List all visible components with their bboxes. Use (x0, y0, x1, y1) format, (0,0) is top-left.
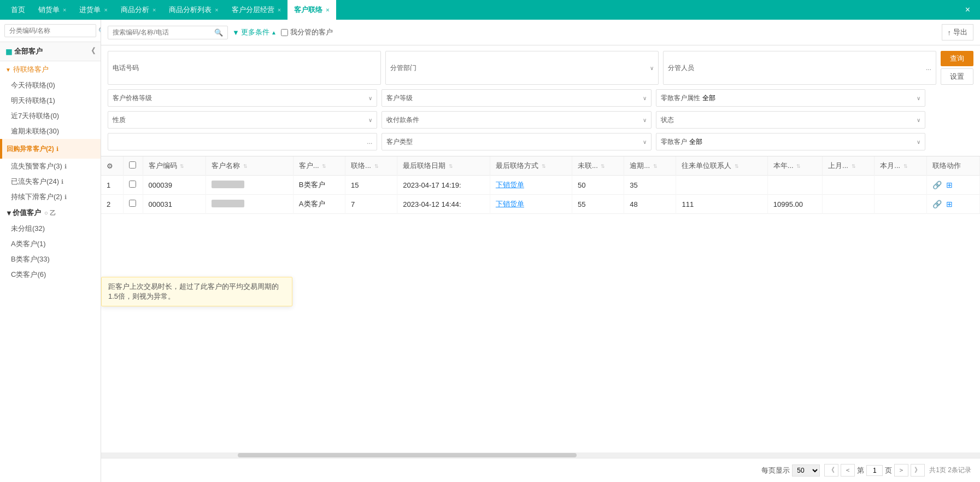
row-checkbox-1[interactable] (129, 181, 136, 188)
next-page-button[interactable]: ＞ (894, 464, 908, 477)
link-action-icon-2[interactable]: 🔗 (932, 200, 942, 208)
page-label-after: 页 (885, 466, 892, 475)
last-method-link-2[interactable]: 下销货单 (496, 200, 524, 208)
my-customer-checkbox[interactable] (281, 29, 288, 36)
cell-last-month-1 (823, 176, 875, 195)
search-box: 🔍 (108, 26, 228, 39)
my-customer-checkbox-area[interactable]: 我分管的客户 (281, 27, 333, 37)
close-customer-contact-tab[interactable]: × (326, 7, 329, 13)
customer-level-filter[interactable]: 客户等级 ∨ (382, 89, 651, 107)
sidebar-group-pending-contact[interactable]: ▼ 待联络客户 (0, 61, 101, 78)
nav-product-list[interactable]: 商品分析列表 × (162, 0, 225, 20)
sidebar-item-class-a[interactable]: A类客户(1) (0, 236, 101, 252)
table-row: 1 000039 B类客户 15 2023-04-17 14:19: 下销货单 … (101, 176, 980, 195)
nav-home[interactable]: 首页 (4, 0, 32, 20)
sidebar-all-customers-header[interactable]: ▦ 全部客户 《 (0, 42, 101, 61)
retail-customer-filter[interactable]: 零散客户 全部 ∨ (656, 133, 925, 150)
page-number-input[interactable] (866, 465, 883, 476)
row-checkbox-2[interactable] (129, 200, 136, 207)
payment-filter[interactable]: 收付款条件 ∨ (382, 111, 651, 129)
close-all-button[interactable]: × (960, 5, 976, 15)
sidebar-item-class-c[interactable]: C类客户(6) (0, 267, 101, 282)
cell-contacts-1 (676, 176, 767, 195)
sidebar-search-input[interactable] (4, 24, 96, 37)
chevron-down-icon-retail2: ∨ (917, 139, 920, 145)
col-customer-name[interactable]: 客户名称 ⇅ (206, 156, 293, 176)
action-icons-1: 🔗 ⊞ (932, 181, 974, 189)
cell-level-2: A类客户 (293, 195, 345, 214)
col-customer-level[interactable]: 客户... ⇅ (293, 156, 345, 176)
query-button[interactable]: 查询 (941, 51, 973, 66)
extra-dots-filter[interactable]: ... (108, 133, 377, 150)
col-last-date[interactable]: 最后联络日期 ⇅ (397, 156, 490, 176)
sidebar-search-area: 🔍 (0, 20, 101, 42)
col-checkbox (123, 156, 143, 176)
nature-filter[interactable]: 性质 ∨ (108, 111, 377, 129)
export-button[interactable]: ↑ 导出 (942, 24, 974, 40)
last-method-link-1[interactable]: 下销货单 (496, 181, 524, 189)
customer-type-filter[interactable]: 客户类型 ∨ (382, 133, 651, 150)
col-this-month[interactable]: 本月... ⇅ (875, 156, 926, 176)
content-area: 🔍 ▼ 更多条件 ▲ 我分管的客户 ↑ 导出 电话号码 (101, 20, 980, 482)
col-last-method[interactable]: 最后联络方式 ⇅ (490, 156, 572, 176)
close-product-list-tab[interactable]: × (215, 7, 218, 13)
settings-icon[interactable]: ⚙ (107, 162, 113, 170)
search-icon[interactable]: 🔍 (214, 28, 223, 37)
col-customer-code[interactable]: 客户编码 ⇅ (143, 156, 206, 176)
first-page-button[interactable]: 《 (824, 464, 838, 477)
manager-filter[interactable]: 分管人员 ... (663, 51, 936, 85)
nav-customer-segment[interactable]: 客户分层经营 × (225, 0, 287, 20)
more-conditions-button[interactable]: ▼ 更多条件 ▲ (232, 27, 277, 37)
retail-attr-filter[interactable]: 零散客户属性 全部 ∨ (656, 89, 925, 107)
col-overdue[interactable]: 逾期... ⇅ (624, 156, 676, 176)
col-no-contact[interactable]: 未联... ⇅ (572, 156, 624, 176)
price-level-filter[interactable]: 客户价格等级 ∨ (108, 89, 377, 107)
sidebar-item-tomorrow-pending[interactable]: 明天待联络(1) (0, 93, 101, 108)
sidebar-item-class-b[interactable]: B类客户(33) (0, 252, 101, 267)
sidebar-item-7days-pending[interactable]: 近7天待联络(0) (0, 108, 101, 124)
cell-checkbox-1 (123, 176, 143, 195)
table-body: 1 000039 B类客户 15 2023-04-17 14:19: 下销货单 … (101, 176, 980, 214)
blurred-name-2 (212, 200, 244, 207)
chevron-down-icon-dept: ∨ (650, 65, 654, 71)
nav-customer-contact[interactable]: 客户联络 × (287, 0, 336, 20)
department-filter[interactable]: 分管部门 ∨ (385, 51, 659, 85)
nav-product-analysis[interactable]: 商品分析 × (114, 0, 162, 20)
select-all-checkbox[interactable] (129, 161, 136, 169)
search-input[interactable] (113, 28, 214, 36)
sidebar-item-loss-warning[interactable]: 流失预警客户(3) ℹ (0, 159, 101, 174)
sidebar-item-declining[interactable]: 持续下滑客户(2) ℹ (0, 189, 101, 205)
close-purchase-tab[interactable]: × (104, 7, 107, 13)
last-page-button[interactable]: 》 (911, 464, 925, 477)
sidebar-item-ungrouped[interactable]: 未分组(32) (0, 221, 101, 236)
chevron-down-icon: ▲ (271, 30, 277, 36)
col-contacts-person[interactable]: 往来单位联系人 ⇅ (676, 156, 767, 176)
grid-action-icon-2[interactable]: ⊞ (946, 200, 953, 208)
nav-sales[interactable]: 销货单 × (32, 0, 73, 20)
phone-filter[interactable]: 电话号码 (108, 51, 381, 85)
col-last-month[interactable]: 上月... ⇅ (823, 156, 875, 176)
sidebar-edit-icons[interactable]: ○ 乙 (44, 209, 56, 217)
settings-button[interactable]: 设置 (941, 68, 973, 85)
all-customers-icon: ▦ (5, 48, 12, 56)
scrollbar-thumb[interactable] (238, 453, 577, 457)
col-contact-count[interactable]: 联络... ⇅ (345, 156, 397, 176)
sidebar-collapse-button[interactable]: 《 (87, 47, 95, 56)
sidebar-item-overdue-contact[interactable]: 逾期未联络(30) (0, 124, 101, 139)
nav-purchase[interactable]: 进货单 × (73, 0, 114, 20)
sidebar-item-today-pending[interactable]: 今天待联络(0) (0, 78, 101, 93)
grid-action-icon-1[interactable]: ⊞ (946, 181, 953, 189)
status-filter[interactable]: 状态 ∨ (656, 111, 925, 129)
filter-area: 电话号码 分管部门 ∨ 分管人员 ... 查询 设置 客户价格等级 (101, 45, 980, 156)
close-customer-segment-tab[interactable]: × (278, 7, 281, 13)
sidebar-group-value-customers[interactable]: ▼ 价值客户 ○ 乙 (0, 205, 101, 221)
col-this-year[interactable]: 本年... ⇅ (767, 156, 822, 176)
sidebar-item-lost-customers[interactable]: 已流失客户(24) ℹ (0, 174, 101, 189)
sidebar-item-repurchase-abnormal[interactable]: 回购异常客户(2) ℹ (3, 139, 101, 159)
close-sales-tab[interactable]: × (63, 7, 66, 13)
prev-page-button[interactable]: ＜ (841, 464, 855, 477)
link-action-icon-1[interactable]: 🔗 (932, 181, 942, 189)
horizontal-scrollbar[interactable] (101, 452, 980, 458)
per-page-select[interactable]: 50 100 200 (792, 464, 820, 477)
close-product-analysis-tab[interactable]: × (152, 7, 156, 13)
